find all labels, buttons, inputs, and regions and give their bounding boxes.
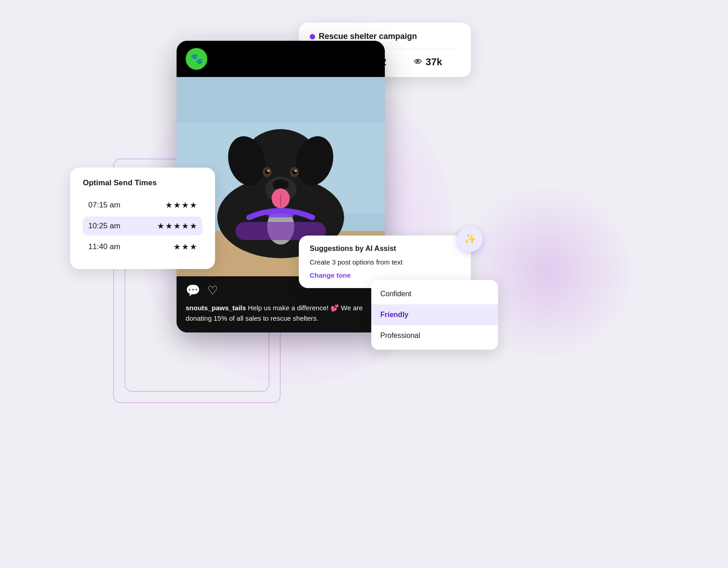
comment-icon[interactable]: 💬 bbox=[186, 284, 200, 298]
send-times-title: Optimal Send Times bbox=[83, 178, 202, 188]
time-label-1: 07:15 am bbox=[88, 201, 120, 210]
time-row-2[interactable]: 10:25 am ★ ★ ★ ★ ★ bbox=[83, 217, 202, 236]
tone-item-friendly[interactable]: Friendly bbox=[371, 304, 498, 325]
tone-item-confident[interactable]: Confident bbox=[371, 284, 498, 304]
ai-sparkle-icon: ✨ bbox=[464, 233, 476, 245]
star: ★ bbox=[165, 221, 172, 231]
stars-3: ★ ★ ★ bbox=[173, 242, 197, 252]
tone-item-professional[interactable]: Professional bbox=[371, 325, 498, 346]
app-logo: 🐾 bbox=[186, 48, 207, 70]
tone-professional-label: Professional bbox=[380, 332, 420, 339]
svg-point-13 bbox=[267, 170, 270, 172]
time-row-1[interactable]: 07:15 am ★ ★ ★ ★ bbox=[83, 196, 202, 215]
stars-1: ★ ★ ★ ★ bbox=[165, 200, 197, 210]
star: ★ bbox=[182, 242, 189, 252]
app-logo-icon: 🐾 bbox=[191, 53, 203, 65]
stat-views-value: 37k bbox=[426, 56, 442, 68]
star: ★ bbox=[182, 200, 189, 210]
tone-confident-label: Confident bbox=[380, 290, 412, 298]
star: ★ bbox=[190, 242, 197, 252]
eye-icon: 👁 bbox=[414, 58, 422, 67]
campaign-title-text: Rescue shelter campaign bbox=[319, 32, 417, 41]
svg-rect-18 bbox=[267, 211, 294, 217]
star: ★ bbox=[190, 221, 197, 231]
post-username: snouts_paws_tails bbox=[186, 304, 246, 312]
like-icon[interactable]: ♡ bbox=[207, 284, 218, 298]
star: ★ bbox=[173, 221, 181, 231]
star: ★ bbox=[157, 221, 164, 231]
time-label-2: 10:25 am bbox=[88, 221, 120, 231]
tone-friendly-label: Friendly bbox=[380, 311, 408, 318]
time-row-3[interactable]: 11:40 am ★ ★ ★ bbox=[83, 237, 202, 256]
svg-point-14 bbox=[294, 170, 297, 172]
star: ★ bbox=[165, 200, 172, 210]
campaign-title: Rescue shelter campaign bbox=[310, 32, 460, 41]
star: ★ bbox=[182, 221, 189, 231]
star: ★ bbox=[173, 242, 181, 252]
stat-views: 👁 37k bbox=[408, 56, 460, 68]
ai-change-tone[interactable]: Change tone bbox=[310, 271, 460, 279]
ai-create-post-option[interactable]: Create 3 post options from text bbox=[310, 258, 460, 266]
stars-2: ★ ★ ★ ★ ★ bbox=[157, 221, 197, 231]
star: ★ bbox=[190, 200, 197, 210]
post-card-header: 🐾 bbox=[177, 41, 385, 77]
ai-card-title: Suggestions by AI Assist bbox=[310, 245, 460, 253]
post-caption: snouts_paws_tails Help us make a differe… bbox=[186, 303, 376, 323]
ai-float-button[interactable]: ✨ bbox=[457, 226, 483, 252]
star: ★ bbox=[173, 200, 181, 210]
time-label-3: 11:40 am bbox=[88, 242, 120, 251]
send-times-card: Optimal Send Times 07:15 am ★ ★ ★ ★ 10:2… bbox=[70, 168, 215, 269]
campaign-dot bbox=[310, 34, 315, 39]
tone-dropdown: Confident Friendly Professional bbox=[371, 280, 498, 350]
